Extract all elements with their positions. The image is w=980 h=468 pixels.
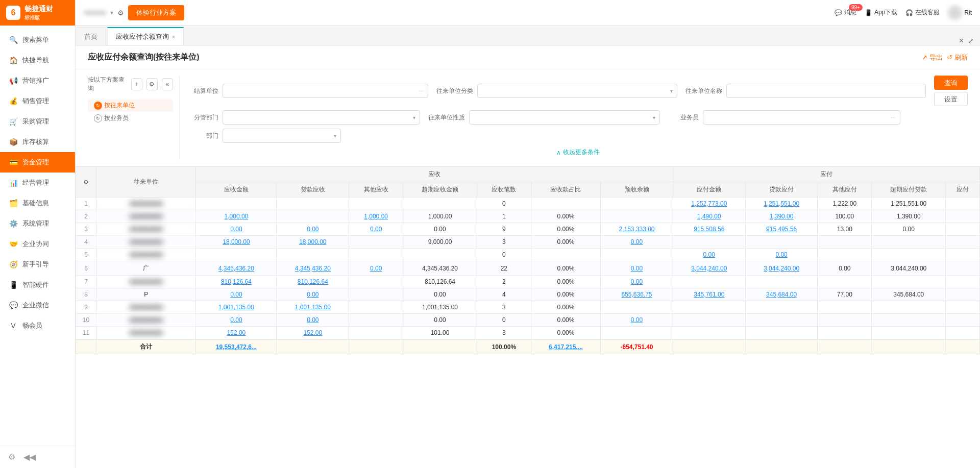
sidebar-item-wechat[interactable]: 💬 企业微信 [0, 295, 75, 315]
header-gear-icon[interactable]: ⚙ [117, 9, 124, 17]
row-col3[interactable]: 1,000.00 [349, 210, 403, 223]
sidebar-item-search[interactable]: 🔍 搜索菜单 [0, 30, 75, 50]
row-col2[interactable]: 152.00 [277, 327, 349, 340]
row-col7[interactable] [601, 301, 673, 314]
table-container[interactable]: ⚙ 往来单位 应收 应付 应收金额 贷款应收 其他应收 超期应收金额 应收笔数 … [76, 166, 980, 468]
row-col1[interactable]: 152.00 [196, 327, 277, 340]
row-col7[interactable] [601, 198, 673, 210]
tab-home[interactable]: 首页 [76, 27, 106, 45]
row-col3[interactable] [349, 314, 403, 327]
query-button[interactable]: 查询 [934, 76, 968, 90]
sidebar-item-member[interactable]: V 畅会员 [0, 315, 75, 336]
row-col7[interactable]: 655,636.75 [601, 288, 673, 301]
row-col8[interactable] [673, 276, 745, 288]
row-col1[interactable]: 4,345,436.20 [196, 261, 277, 276]
row-col2[interactable]: 18,000.00 [277, 236, 349, 249]
header-app-download[interactable]: 📱 App下载 [865, 8, 897, 17]
row-col7[interactable] [601, 249, 673, 261]
tab-arquery-close[interactable]: × [172, 34, 175, 40]
row-col1[interactable]: 810,126.64 [196, 276, 277, 288]
row-col1[interactable] [196, 198, 277, 210]
row-col9[interactable]: 0.00 [745, 249, 818, 261]
row-col1[interactable]: 1,001,135.00 [196, 301, 277, 314]
table-settings-icon[interactable]: ⚙ [83, 179, 89, 186]
row-col7[interactable]: 0.00 [601, 236, 673, 249]
row-col8[interactable]: 1,490.00 [673, 210, 745, 223]
header-service[interactable]: 🎧 在线客服 [905, 8, 940, 17]
row-col2[interactable]: 1,001,135.00 [277, 301, 349, 314]
row-col1[interactable]: 18,000.00 [196, 236, 277, 249]
sidebar-item-system[interactable]: ⚙️ 系统管理 [0, 213, 75, 234]
sidebar-gear-icon[interactable]: ⚙ [8, 452, 15, 462]
sidebar-item-sales[interactable]: 💰 销售管理 [0, 91, 75, 111]
row-col2[interactable]: 0.00 [277, 314, 349, 327]
unit-category-select[interactable]: ▾ [477, 84, 677, 98]
row-col8[interactable]: 0.00 [673, 249, 745, 261]
dept-select[interactable]: ▾ [223, 129, 341, 143]
row-col2[interactable]: 810,126.64 [277, 276, 349, 288]
header-user[interactable]: Rit [948, 6, 972, 20]
refresh-button[interactable]: ↺ 刷新 [947, 53, 968, 62]
unit-nature-select[interactable]: ▾ [469, 110, 660, 125]
row-col9[interactable] [745, 327, 818, 340]
row-col2[interactable]: 0.00 [277, 288, 349, 301]
tabbar-close-icon[interactable]: × [959, 36, 964, 45]
row-col3[interactable] [349, 288, 403, 301]
row-col7[interactable]: 0.00 [601, 314, 673, 327]
footer-col1[interactable]: 19,553,472,6... [196, 339, 277, 354]
unit-name-input[interactable] [726, 84, 926, 98]
row-col3[interactable] [349, 327, 403, 340]
sidebar-item-marketing[interactable]: 📢 营销推广 [0, 70, 75, 91]
row-col2[interactable] [277, 210, 349, 223]
row-col9[interactable] [745, 276, 818, 288]
row-col8[interactable] [673, 327, 745, 340]
sidebar-item-purchase[interactable]: 🛒 采购管理 [0, 111, 75, 132]
sidebar-collapse-icon[interactable]: ◀◀ [23, 452, 36, 462]
filter-add-btn[interactable]: + [131, 78, 142, 90]
row-col2[interactable]: 4,345,436.20 [277, 261, 349, 276]
filter-option-by-unit[interactable]: ↻ 按往来单位 [88, 99, 173, 112]
row-col9[interactable]: 3,044,240.00 [745, 261, 818, 276]
row-col8[interactable]: 3,044,240.00 [673, 261, 745, 276]
row-col3[interactable] [349, 249, 403, 261]
row-col3[interactable] [349, 236, 403, 249]
sidebar-item-inventory[interactable]: 📦 库存核算 [0, 132, 75, 152]
header-promo-button[interactable]: 体验行业方案 [128, 5, 184, 20]
export-button[interactable]: ↗ 导出 [922, 53, 943, 62]
tabbar-expand-icon[interactable]: ⤢ [968, 37, 974, 45]
row-col7[interactable] [601, 210, 673, 223]
footer-col6[interactable]: 6,417,215.... [531, 339, 600, 354]
row-col8[interactable] [673, 236, 745, 249]
filter-option-by-staff[interactable]: ↻ 按业务员 [88, 112, 173, 125]
row-col9[interactable]: 1,390.00 [745, 210, 818, 223]
row-col9[interactable]: 915,495.56 [745, 223, 818, 236]
row-col7[interactable]: 0.00 [601, 261, 673, 276]
row-col7[interactable]: 0.00 [601, 276, 673, 288]
row-col7[interactable] [601, 327, 673, 340]
row-col9[interactable] [745, 301, 818, 314]
tab-arquery[interactable]: 应收应付余额查询 × [107, 27, 184, 45]
row-col8[interactable]: 345,761.00 [673, 288, 745, 301]
staff-input[interactable]: ··· [703, 110, 900, 125]
sidebar-item-quicknav[interactable]: 🏠 快捷导航 [0, 50, 75, 70]
dept-manage-select[interactable]: ▾ [223, 110, 420, 125]
row-col1[interactable] [196, 249, 277, 261]
sidebar-item-finance[interactable]: 💳 资金管理 [0, 152, 75, 173]
row-col1[interactable]: 1,000.00 [196, 210, 277, 223]
row-col7[interactable]: 2,153,333.00 [601, 223, 673, 236]
row-col1[interactable]: 0.00 [196, 288, 277, 301]
row-col8[interactable]: 1,252,773.00 [673, 198, 745, 210]
row-col2[interactable] [277, 249, 349, 261]
row-col3[interactable]: 0.00 [349, 261, 403, 276]
row-col1[interactable]: 0.00 [196, 314, 277, 327]
col-header-settings[interactable]: ⚙ [76, 167, 96, 198]
settle-unit-input[interactable]: ··· [223, 84, 428, 98]
row-col9[interactable] [745, 236, 818, 249]
row-col2[interactable] [277, 198, 349, 210]
filter-setting-btn[interactable]: ⚙ [146, 78, 158, 90]
row-col3[interactable]: 0.00 [349, 223, 403, 236]
sidebar-item-hardware[interactable]: 📱 智能硬件 [0, 275, 75, 295]
sidebar-item-guide[interactable]: 🧭 新手引导 [0, 254, 75, 275]
row-col3[interactable] [349, 198, 403, 210]
row-col9[interactable]: 345,684.00 [745, 288, 818, 301]
